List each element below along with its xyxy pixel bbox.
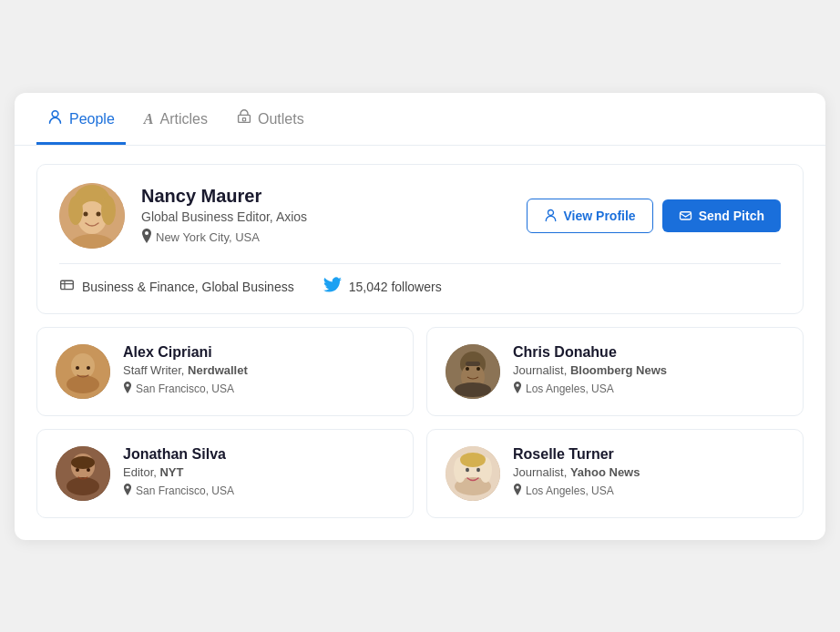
grid-person-name: Chris Donahue bbox=[513, 344, 667, 361]
avatar bbox=[56, 446, 110, 501]
featured-card-top: Nancy Maurer Global Business Editor, Axi… bbox=[59, 183, 781, 249]
svg-rect-28 bbox=[466, 362, 480, 366]
svg-point-27 bbox=[476, 367, 480, 371]
svg-rect-13 bbox=[680, 212, 691, 219]
svg-point-7 bbox=[101, 196, 116, 225]
grid-person-details: Roselle Turner Journalist, Yahoo News Lo… bbox=[513, 446, 640, 498]
location-icon bbox=[123, 382, 132, 396]
svg-point-33 bbox=[67, 477, 99, 495]
grid-location-text: San Francisco, USA bbox=[136, 484, 234, 497]
people-icon bbox=[47, 109, 63, 129]
grid-person-details: Alex Cipriani Staff Writer, Nerdwallet S… bbox=[123, 344, 248, 396]
send-pitch-icon bbox=[679, 209, 692, 222]
tags-icon bbox=[59, 277, 75, 296]
svg-point-36 bbox=[71, 456, 95, 469]
grid-location-text: Los Angeles, USA bbox=[526, 484, 614, 497]
featured-person-name: Nancy Maurer bbox=[141, 186, 307, 207]
tab-outlets-label: Outlets bbox=[258, 111, 304, 127]
svg-point-19 bbox=[67, 375, 99, 393]
location-icon bbox=[513, 484, 522, 498]
svg-point-44 bbox=[476, 467, 480, 471]
grid-card: Jonathan Silva Editor, NYT San Francisco… bbox=[36, 429, 414, 518]
content-area: Nancy Maurer Global Business Editor, Axi… bbox=[15, 146, 825, 540]
grid-person-name: Roselle Turner bbox=[513, 446, 640, 463]
svg-point-20 bbox=[76, 366, 79, 370]
featured-card-actions: View Profile Send Pitch bbox=[527, 199, 781, 233]
svg-point-22 bbox=[126, 383, 128, 386]
featured-person-role: Global Business Editor, Axios bbox=[141, 209, 307, 224]
grid-card: Chris Donahue Journalist, Bloomberg News… bbox=[426, 327, 804, 416]
svg-point-12 bbox=[548, 210, 553, 216]
avatar bbox=[56, 344, 110, 399]
grid-person-role: Journalist, Bloomberg News bbox=[513, 363, 667, 377]
featured-twitter: 15,042 followers bbox=[323, 277, 442, 297]
svg-point-30 bbox=[516, 383, 518, 386]
svg-point-8 bbox=[84, 211, 88, 216]
svg-point-26 bbox=[466, 367, 469, 371]
featured-tags: Business & Finance, Global Business bbox=[59, 277, 294, 296]
featured-location-text: New York City, USA bbox=[156, 230, 260, 244]
view-profile-button[interactable]: View Profile bbox=[527, 199, 653, 233]
articles-icon: A bbox=[144, 111, 154, 127]
svg-point-18 bbox=[71, 353, 95, 379]
grid-person-location: Los Angeles, USA bbox=[513, 484, 640, 498]
tab-people-label: People bbox=[69, 111, 115, 127]
people-grid: Alex Cipriani Staff Writer, Nerdwallet S… bbox=[36, 327, 804, 518]
grid-person-location: Los Angeles, USA bbox=[513, 382, 667, 396]
featured-twitter-followers: 15,042 followers bbox=[349, 280, 442, 294]
featured-card-bottom: Business & Finance, Global Business 15,0… bbox=[59, 263, 781, 297]
svg-point-45 bbox=[460, 453, 486, 467]
location-icon bbox=[513, 382, 522, 396]
grid-person-location: San Francisco, USA bbox=[123, 484, 234, 498]
grid-location-text: San Francisco, USA bbox=[136, 382, 234, 395]
svg-point-11 bbox=[145, 231, 149, 235]
svg-point-6 bbox=[68, 196, 83, 225]
featured-card: Nancy Maurer Global Business Editor, Axi… bbox=[36, 164, 804, 314]
featured-person-location: New York City, USA bbox=[141, 229, 307, 246]
grid-person-location: San Francisco, USA bbox=[123, 382, 248, 396]
svg-point-43 bbox=[466, 467, 469, 471]
avatar bbox=[59, 183, 125, 249]
send-pitch-label: Send Pitch bbox=[699, 209, 764, 223]
svg-point-34 bbox=[76, 468, 79, 472]
grid-location-text: Los Angeles, USA bbox=[526, 382, 614, 395]
tab-articles-label: Articles bbox=[160, 111, 208, 127]
view-profile-icon bbox=[544, 209, 558, 222]
svg-point-29 bbox=[455, 382, 491, 397]
svg-point-35 bbox=[87, 468, 90, 472]
grid-person-role: Journalist, Yahoo News bbox=[513, 465, 640, 479]
location-icon bbox=[141, 229, 152, 246]
svg-point-21 bbox=[87, 366, 90, 370]
location-icon bbox=[123, 484, 132, 498]
featured-tags-text: Business & Finance, Global Business bbox=[82, 280, 294, 294]
svg-point-46 bbox=[516, 485, 518, 488]
avatar bbox=[446, 344, 500, 399]
grid-card: Roselle Turner Journalist, Yahoo News Lo… bbox=[426, 429, 804, 518]
svg-point-9 bbox=[97, 211, 101, 216]
grid-person-name: Jonathan Silva bbox=[123, 446, 234, 463]
svg-rect-2 bbox=[242, 118, 245, 121]
tabs-nav: People A Articles Outlets bbox=[15, 93, 825, 146]
svg-point-0 bbox=[52, 110, 58, 117]
tab-articles[interactable]: A Articles bbox=[133, 95, 219, 143]
grid-person-details: Jonathan Silva Editor, NYT San Francisco… bbox=[123, 446, 234, 498]
grid-person-details: Chris Donahue Journalist, Bloomberg News… bbox=[513, 344, 667, 396]
grid-person-role: Editor, NYT bbox=[123, 465, 234, 479]
grid-card: Alex Cipriani Staff Writer, Nerdwallet S… bbox=[36, 327, 414, 416]
send-pitch-button[interactable]: Send Pitch bbox=[662, 199, 781, 232]
grid-person-name: Alex Cipriani bbox=[123, 344, 248, 361]
view-profile-label: View Profile bbox=[564, 209, 636, 223]
tab-people[interactable]: People bbox=[36, 93, 126, 145]
featured-person-info: Nancy Maurer Global Business Editor, Axi… bbox=[59, 183, 307, 249]
app-container: People A Articles Outlets bbox=[15, 93, 825, 540]
twitter-icon bbox=[323, 277, 342, 297]
grid-person-role: Staff Writer, Nerdwallet bbox=[123, 363, 248, 377]
avatar bbox=[446, 446, 500, 501]
outlets-icon bbox=[237, 109, 251, 128]
svg-rect-14 bbox=[61, 280, 74, 289]
tab-outlets[interactable]: Outlets bbox=[226, 93, 315, 144]
svg-point-37 bbox=[126, 485, 128, 488]
featured-person-details: Nancy Maurer Global Business Editor, Axi… bbox=[141, 186, 307, 246]
